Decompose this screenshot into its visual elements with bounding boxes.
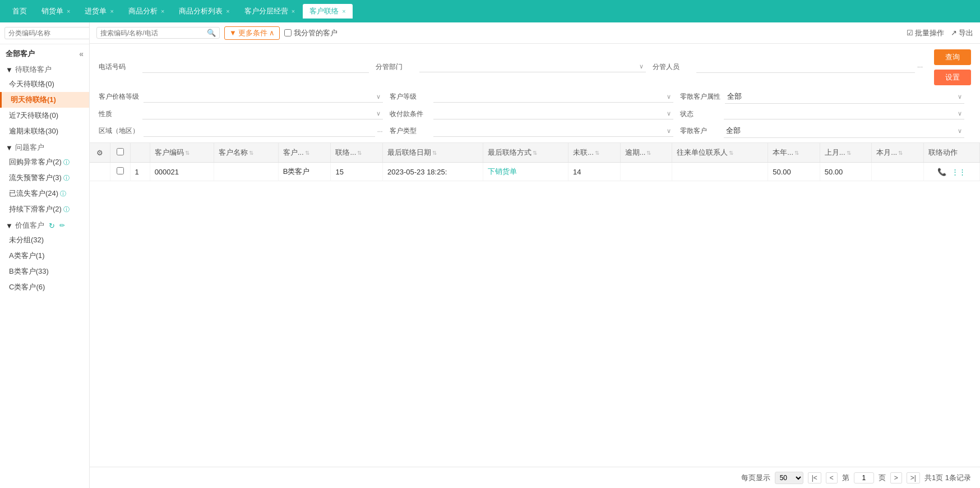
- row-action[interactable]: 📞 ⋮⋮: [923, 163, 979, 181]
- toolbar-right: ☑ 批量操作 ↗ 导出: [907, 28, 973, 38]
- sidebar-search-input[interactable]: [4, 27, 90, 39]
- row-last-method[interactable]: 下销货单: [483, 163, 568, 181]
- sidebar-item-repurchase-abnormal[interactable]: 回购异常客户(2) ⓘ: [0, 154, 89, 170]
- close-icon[interactable]: ×: [342, 8, 345, 15]
- more-action-icon[interactable]: ⋮⋮: [951, 168, 966, 176]
- select-all-checkbox[interactable]: [117, 148, 124, 155]
- collapse-icon: ▼: [6, 222, 13, 230]
- phone-icon[interactable]: 📞: [937, 168, 946, 176]
- sidebar-collapse-icon[interactable]: «: [79, 49, 84, 58]
- nav-product-analysis[interactable]: 商品分析 ×: [122, 4, 171, 19]
- table-unit-contact-header[interactable]: 往来单位联系人⇅: [672, 143, 768, 163]
- nav-sales[interactable]: 销货单 ×: [35, 4, 77, 19]
- refresh-icon[interactable]: ↻: [49, 222, 55, 230]
- my-customers-checkbox[interactable]: 我分管的客户: [284, 28, 338, 38]
- close-icon[interactable]: ×: [67, 8, 70, 15]
- table-last-method-header[interactable]: 最后联络方式⇅: [483, 143, 568, 163]
- batch-button[interactable]: ☑ 批量操作: [907, 28, 944, 38]
- search-input[interactable]: [100, 29, 205, 37]
- price-level-select[interactable]: ∨: [144, 91, 383, 103]
- retail-customer-select[interactable]: 全部 ∨: [724, 124, 964, 138]
- filter-retail-customer: 零散客户 全部 ∨: [680, 124, 971, 138]
- row-overdue: [620, 163, 672, 181]
- dept-select[interactable]: ∨: [419, 61, 646, 72]
- table-last-date-header[interactable]: 最后联络日期⇅: [383, 143, 483, 163]
- prev-page-button[interactable]: <: [826, 472, 838, 484]
- search-icon[interactable]: 🔍: [207, 29, 216, 37]
- chevron-down-icon: ∨: [958, 127, 962, 135]
- sidebar-item-c-class[interactable]: C类客户(6): [0, 279, 89, 295]
- my-customers-check[interactable]: [284, 29, 292, 36]
- sidebar-item-lost[interactable]: 已流失客户(24) ⓘ: [0, 186, 89, 201]
- sidebar-item-lost-warning[interactable]: 流失预警客户(3) ⓘ: [0, 170, 89, 186]
- sidebar-item-today[interactable]: 今天待联络(0): [0, 76, 89, 92]
- row-gear: [90, 163, 110, 181]
- table-type-header[interactable]: 客户...⇅: [278, 143, 331, 163]
- nav-purchase[interactable]: 进货单 ×: [78, 4, 120, 19]
- table-uncontacted-header[interactable]: 未联...⇅: [568, 143, 620, 163]
- filter-phone: 电话号码: [99, 61, 376, 73]
- settings-button[interactable]: 设置: [934, 70, 971, 85]
- export-button[interactable]: ↗ 导出: [951, 28, 973, 38]
- customer-type-select[interactable]: ∨: [433, 126, 674, 137]
- sidebar-item-7days[interactable]: 近7天待联络(0): [0, 108, 89, 123]
- collapse-icon: ▼: [6, 66, 13, 74]
- payment-select[interactable]: ∨: [433, 108, 674, 119]
- row-this-month: [872, 163, 924, 181]
- nav-customer-contact[interactable]: 客户联络 ×: [303, 4, 352, 19]
- status-select[interactable]: ∨: [724, 108, 964, 119]
- main-layout: 🔍 全部客户 « ▼ 待联络客户 今天待联络(0) 明天待联络(1) 近7天待联…: [0, 22, 980, 488]
- row-checkbox[interactable]: [117, 167, 124, 174]
- table-this-year-header[interactable]: 本年...⇅: [768, 143, 820, 163]
- row-name: [214, 163, 279, 181]
- close-icon[interactable]: ×: [161, 8, 164, 15]
- sidebar-item-a-class[interactable]: A类客户(1): [0, 248, 89, 264]
- section-title-value: ▼ 价值客户 ↻ ✏: [0, 217, 89, 232]
- per-page-select[interactable]: 50 100 200: [775, 472, 803, 484]
- chevron-down-icon: ∨: [958, 110, 962, 117]
- first-page-button[interactable]: |<: [808, 472, 821, 484]
- close-icon[interactable]: ×: [292, 8, 295, 15]
- filter-region: 区域（地区） ···: [99, 125, 390, 137]
- retail-attr-select[interactable]: 全部 ∨: [725, 90, 964, 104]
- chevron-down-icon: ∨: [376, 93, 381, 100]
- sidebar-item-declining[interactable]: 持续下滑客户(2) ⓘ: [0, 201, 89, 217]
- sidebar: 🔍 全部客户 « ▼ 待联络客户 今天待联络(0) 明天待联络(1) 近7天待联…: [0, 22, 90, 488]
- next-page-button[interactable]: >: [890, 472, 902, 484]
- sidebar-item-b-class[interactable]: B类客户(33): [0, 264, 89, 279]
- edit-icon[interactable]: ✏: [59, 222, 65, 229]
- page-number-input[interactable]: [854, 472, 874, 484]
- row-check[interactable]: [110, 163, 130, 181]
- nature-select[interactable]: ∨: [142, 108, 383, 119]
- region-dots-icon[interactable]: ···: [377, 127, 383, 135]
- customer-level-select[interactable]: ∨: [433, 91, 674, 103]
- person-dots-icon[interactable]: ···: [917, 63, 923, 71]
- export-icon: ↗: [951, 29, 957, 37]
- nav-home[interactable]: 首页: [6, 4, 34, 19]
- close-icon[interactable]: ×: [226, 8, 229, 15]
- table-gear-header[interactable]: ⚙: [90, 143, 110, 163]
- sidebar-item-overdue[interactable]: 逾期未联络(30): [0, 123, 89, 139]
- sidebar-item-tomorrow[interactable]: 明天待联络(1): [0, 92, 89, 108]
- sidebar-all-customers[interactable]: 全部客户 «: [0, 44, 89, 61]
- table-contact-header[interactable]: 联络...⇅: [331, 143, 383, 163]
- last-page-button[interactable]: >|: [907, 472, 920, 484]
- table-check-header[interactable]: [110, 143, 130, 163]
- sort-icon: ⇅: [249, 150, 253, 156]
- nav-customer-tier[interactable]: 客户分层经营 ×: [238, 4, 302, 19]
- region-input[interactable]: [144, 125, 375, 137]
- sort-icon: ⇅: [646, 150, 651, 156]
- phone-input[interactable]: [142, 61, 369, 73]
- table-this-month-header[interactable]: 本月...⇅: [872, 143, 924, 163]
- table-code-header[interactable]: 客户编码⇅: [150, 143, 214, 163]
- query-button[interactable]: 查询: [934, 49, 971, 65]
- sidebar-item-ungrouped[interactable]: 未分组(32): [0, 232, 89, 248]
- table-overdue-header[interactable]: 逾期...⇅: [620, 143, 672, 163]
- nav-product-analysis-list[interactable]: 商品分析列表 ×: [172, 4, 236, 19]
- table-last-month-header[interactable]: 上月...⇅: [820, 143, 872, 163]
- table-name-header[interactable]: 客户名称⇅: [214, 143, 279, 163]
- person-input[interactable]: [696, 61, 915, 73]
- close-icon[interactable]: ×: [110, 8, 113, 15]
- more-filter-button[interactable]: ▼ 更多条件 ∧: [224, 26, 280, 40]
- sort-icon: ⇅: [357, 150, 362, 156]
